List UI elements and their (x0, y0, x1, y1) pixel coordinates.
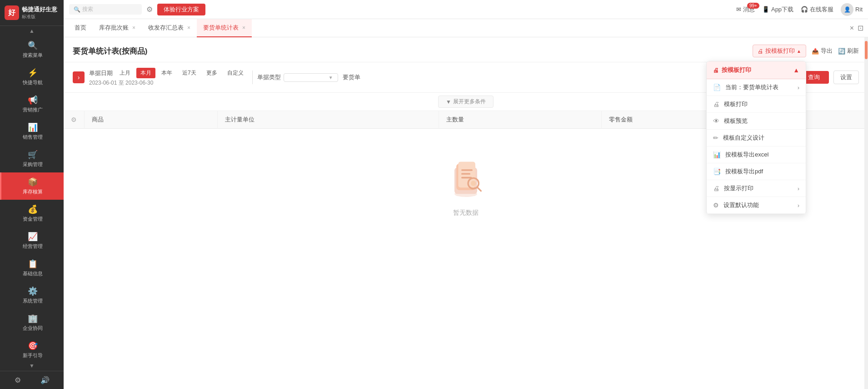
svg-rect-4 (461, 169, 473, 171)
dropdown-header: 🖨 按模板打印 ▲ (707, 61, 806, 79)
tab-order-stat-close[interactable]: × (242, 25, 245, 30)
date-filter: 单据日期 上月 本月 本年 近7天 更多 自定义 2023-06-01 至 20… (89, 68, 248, 87)
tab-collection-close[interactable]: × (187, 25, 190, 30)
sidebar-item-finance[interactable]: 💰 资金管理 (0, 200, 64, 227)
table-settings-icon[interactable]: ⚙ (71, 116, 77, 123)
filter-divider-1 (252, 71, 253, 84)
online-service-button[interactable]: 🎧 在线客服 (801, 5, 833, 14)
sidebar-scroll-down[interactable]: ▼ (0, 361, 64, 371)
pdf-icon: 📑 (713, 168, 721, 175)
sidebar-nav: 🔍 搜索菜单 ⚡ 快捷导航 📢 营销推广 📊 销售管理 🛒 采购管理 📦 库存核… (0, 36, 64, 361)
purchase-icon: 🛒 (28, 150, 38, 160)
experience-button[interactable]: 体验行业方案 (157, 4, 205, 15)
table-col-settings[interactable]: ⚙ (64, 111, 85, 129)
tab-order-stat[interactable]: 要货单统计表 × (197, 19, 252, 37)
display-print-icon: 🖨 (713, 185, 719, 192)
date-range-display: 2023-06-01 至 2023-06-30 (89, 79, 248, 87)
refresh-button[interactable]: 🔄 刷新 (838, 47, 859, 55)
svg-point-9 (471, 181, 476, 186)
sidebar-item-basic[interactable]: 📋 基础信息 (0, 254, 64, 282)
table-col-qty: 主数量 (439, 111, 602, 129)
dropdown-item-set-default[interactable]: ⚙ 设置默认功能 › (707, 197, 806, 214)
template-print-arrow: ▲ (797, 49, 801, 54)
tab-home[interactable]: 首页 (68, 19, 93, 37)
filter-expand-arrow[interactable]: › (73, 71, 85, 83)
dropdown-item-display-print[interactable]: 🖨 按显示打印 › (707, 180, 806, 197)
sidebar-item-search[interactable]: 🔍 搜索菜单 (0, 36, 64, 63)
message-icon: ✉ (736, 6, 741, 13)
type-filter-select[interactable]: ▼ (284, 73, 338, 82)
date-btn-year[interactable]: 本年 (157, 68, 176, 78)
message-button[interactable]: ✉ 消息 99+ (736, 5, 755, 14)
sidebar-scroll-up[interactable]: ▲ (0, 26, 64, 36)
dropdown-item-template-design[interactable]: ✏ 模板自定义设计 (707, 130, 806, 147)
topbar-gear-button[interactable]: ⚙ (146, 5, 153, 14)
date-filter-label: 单据日期 (89, 69, 113, 77)
tab-order-stat-label: 要货单统计表 (203, 24, 239, 32)
dropdown-item-export-excel[interactable]: 📊 按模板导出excel (707, 147, 806, 163)
date-btn-current[interactable]: 本月 (136, 68, 155, 78)
date-btn-custom[interactable]: 自定义 (223, 68, 248, 78)
sidebar-item-marketing[interactable]: 📢 营销推广 (0, 91, 64, 118)
topbar-search-icon: 🔍 (74, 6, 80, 13)
page-inner: 要货单统计表(按商品) 🖨 按模板打印 ▲ � (64, 37, 868, 389)
topbar-search-box[interactable]: 🔍 搜索 (69, 4, 142, 15)
template-print-dropdown: 🖨 按模板打印 ▲ 📄 当前：要货单统计表 (706, 61, 806, 214)
date-btn-more[interactable]: 更多 (202, 68, 221, 78)
svg-rect-5 (461, 173, 470, 175)
settings-filter-button[interactable]: 设置 (833, 71, 859, 84)
topbar-right: ✉ 消息 99+ 📱 App下载 🎧 在线客服 👤 Rit (736, 3, 863, 16)
tabs-bar: 首页 库存批次账 × 收发存汇总表 × 要货单统计表 × × ⊡ (64, 19, 868, 37)
sidebar-item-sales[interactable]: 📊 销售管理 (0, 118, 64, 145)
dropdown-item-export-pdf[interactable]: 📑 按模板导出pdf (707, 163, 806, 180)
sidebar-item-inventory[interactable]: 📦 库存核算 (0, 172, 64, 200)
settings-button[interactable]: ⚙ (15, 376, 21, 384)
sound-button[interactable]: 🔊 (40, 376, 50, 384)
empty-text: 暂无数据 (453, 209, 479, 217)
chevron-right-icon: › (798, 84, 799, 91)
template-print-container: 🖨 按模板打印 ▲ 🖨 按模板打印 ▲ (753, 45, 806, 57)
sidebar-item-guide[interactable]: 🎯 新手引导 (0, 336, 64, 361)
sidebar-item-purchase[interactable]: 🛒 采购管理 (0, 145, 64, 172)
guide-icon: 🎯 (28, 341, 38, 351)
dropdown-close-button[interactable]: ▲ (793, 66, 799, 74)
printer-icon: 🖨 (758, 48, 763, 55)
sidebar-bottom: ⚙ 🔊 (0, 371, 64, 389)
phone-icon: 📱 (762, 6, 769, 13)
dropdown-printer-icon: 🖨 (713, 67, 719, 74)
chevron-right-icon-3: › (798, 202, 799, 209)
tab-batch[interactable]: 库存批次账 × (93, 19, 142, 37)
export-icon: 📤 (812, 48, 819, 55)
dropdown-item-template-print[interactable]: 🖨 模板打印 (707, 96, 806, 113)
window-maximize-button[interactable]: ⊡ (858, 24, 863, 32)
refresh-icon: 🔄 (838, 48, 845, 55)
tab-collection[interactable]: 收发存汇总表 × (142, 19, 197, 37)
default-icon: ⚙ (713, 202, 719, 209)
excel-icon: 📊 (713, 151, 721, 158)
sidebar-item-quicknav[interactable]: ⚡ 快捷导航 (0, 63, 64, 91)
date-btn-last[interactable]: 上月 (115, 68, 135, 78)
template-print-button[interactable]: 🖨 按模板打印 ▲ (753, 45, 806, 57)
table-col-product: 商品 (85, 111, 218, 129)
sidebar: 好 畅捷通好生意 标准版 ▲ 🔍 搜索菜单 ⚡ 快捷导航 📢 营销推广 📊 销售… (0, 0, 64, 389)
design-icon: ✏ (713, 134, 718, 141)
tab-batch-close[interactable]: × (132, 25, 135, 30)
sidebar-item-operations[interactable]: 📈 经营管理 (0, 227, 64, 254)
window-close-button[interactable]: × (850, 24, 854, 32)
page-title: 要货单统计表(按商品) (73, 46, 147, 56)
app-download-button[interactable]: 📱 App下载 (762, 5, 793, 14)
date-btn-seven[interactable]: 近7天 (178, 68, 200, 78)
tabs-actions: × ⊡ (850, 24, 863, 32)
right-scrollbar[interactable] (864, 37, 868, 389)
type-filter-arrow: ▼ (329, 75, 333, 80)
dropdown-item-template-preview[interactable]: 👁 模板预览 (707, 113, 806, 130)
expand-more-button[interactable]: ▼ 展开更多条件 (438, 96, 494, 108)
sales-icon: 📊 (28, 122, 38, 132)
user-avatar[interactable]: 👤 Rit (841, 3, 863, 16)
finance-icon: 💰 (28, 204, 38, 214)
page-content: 要货单统计表(按商品) 🖨 按模板打印 ▲ � (64, 37, 868, 389)
sidebar-item-system[interactable]: ⚙️ 系统管理 (0, 282, 64, 309)
dropdown-item-current[interactable]: 📄 当前：要货单统计表 › (707, 79, 806, 96)
export-button[interactable]: 📤 导出 (812, 47, 833, 55)
sidebar-item-enterprise[interactable]: 🏢 企业协同 (0, 309, 64, 336)
